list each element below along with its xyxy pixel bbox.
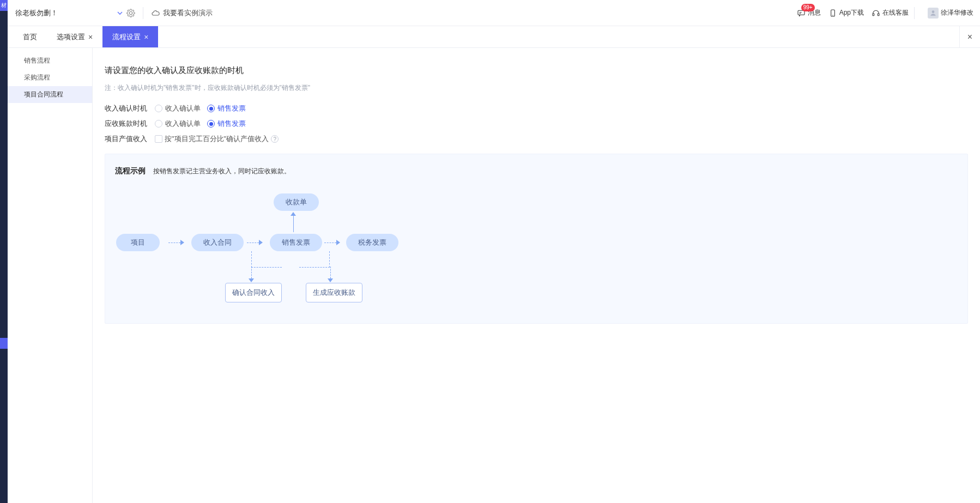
checkbox-icon	[155, 135, 162, 143]
content: 请设置您的收入确认及应收账款的时机 注：收入确认时机为"销售发票"时，应收账款确…	[93, 48, 980, 503]
tab-options[interactable]: 选项设置 ×	[47, 26, 102, 47]
row-label: 项目产值收入	[105, 134, 148, 144]
sidebar-item-label: 销售流程	[24, 57, 50, 64]
rail-icon-top[interactable]: 材	[0, 0, 8, 11]
avatar	[928, 8, 939, 19]
tabsbar: 首页 选项设置 × 流程设置 × ×	[8, 26, 980, 48]
messages-badge: 99+	[801, 4, 815, 11]
dashed-path	[251, 251, 282, 268]
app-download-action[interactable]: App下载	[828, 8, 864, 17]
svg-rect-4	[878, 13, 879, 15]
sidebar-item-project-contract[interactable]: 项目合同流程	[8, 86, 92, 103]
phone-icon	[828, 9, 837, 17]
chevron-down-icon	[117, 10, 123, 16]
arrow-icon	[168, 240, 184, 245]
cloud-icon	[151, 9, 160, 17]
radio-sales-invoice-1[interactable]: 销售发票	[207, 104, 246, 113]
demo-link[interactable]: 我要看实例演示	[151, 8, 213, 18]
node-sales-invoice: 销售发票	[270, 234, 322, 251]
arrow-icon	[247, 240, 263, 245]
radio-label: 收入确认单	[165, 119, 201, 129]
svg-rect-3	[873, 13, 874, 15]
demo-link-label: 我要看实例演示	[163, 8, 213, 18]
divider	[143, 7, 143, 19]
checkbox-percentage[interactable]: 按"项目完工百分比"确认产值收入 ?	[155, 134, 279, 144]
divider	[914, 7, 915, 19]
sidebar-item-sales[interactable]: 销售流程	[8, 52, 92, 69]
headset-icon	[872, 9, 880, 17]
node-project: 项目	[116, 234, 160, 251]
radio-label: 收入确认单	[165, 104, 201, 113]
row-project-output: 项目产值收入 按"项目完工百分比"确认产值收入 ?	[105, 134, 968, 144]
note-text: 注：收入确认时机为"销售发票"时，应收账款确认时机必须为"销售发票"	[105, 83, 968, 93]
sidebar-item-purchase[interactable]: 采购流程	[8, 69, 92, 86]
app-download-label: App下载	[839, 8, 864, 17]
page-title: 请设置您的收入确认及应收账款的时机	[105, 65, 968, 76]
topbar: 徐老板勿删！ 我要看实例演示 99+ 消息	[8, 0, 980, 26]
left-rail: 材	[0, 0, 8, 503]
info-icon[interactable]: ?	[271, 135, 279, 143]
user-name: 徐泽华修改	[941, 8, 973, 17]
sidebar-item-label: 采购流程	[24, 74, 50, 81]
node-receipt: 收款单	[274, 193, 319, 211]
node-tax-invoice: 税务发票	[346, 234, 398, 251]
radio-income-confirm-doc[interactable]: 收入确认单	[155, 104, 201, 113]
tab-label: 首页	[23, 32, 37, 42]
sidebar: 销售流程 采购流程 项目合同流程	[8, 48, 93, 503]
svg-point-5	[932, 10, 935, 13]
radio-sales-invoice-2[interactable]: 销售发票	[207, 119, 246, 129]
radio-income-confirm-doc-2[interactable]: 收入确认单	[155, 119, 201, 129]
sidebar-item-label: 项目合同流程	[24, 90, 63, 98]
row-label: 应收账款时机	[105, 119, 148, 129]
row-label: 收入确认时机	[105, 104, 148, 113]
company-name: 徐老板勿删！	[15, 8, 58, 18]
user-action[interactable]: 徐泽华修改	[928, 8, 973, 19]
example-heading: 流程示例	[115, 166, 146, 176]
row-income-confirm: 收入确认时机 收入确认单 销售发票	[105, 104, 968, 113]
online-service-action[interactable]: 在线客服	[872, 8, 909, 17]
arrow-down-icon	[328, 266, 333, 282]
arrow-icon	[324, 240, 340, 245]
svg-point-2	[832, 15, 833, 15]
close-icon[interactable]: ×	[88, 33, 93, 41]
close-icon[interactable]: ×	[144, 33, 148, 41]
tab-label: 流程设置	[112, 32, 141, 42]
tab-label: 选项设置	[57, 32, 85, 42]
radio-label: 销售发票	[217, 104, 246, 113]
node-confirm-income: 确认合同收入	[225, 283, 282, 302]
radio-label: 销售发票	[217, 119, 246, 129]
arrow-down-icon	[249, 266, 254, 282]
service-label: 在线客服	[882, 8, 909, 17]
dashed-path	[299, 251, 330, 268]
arrow-up-icon	[291, 212, 296, 232]
checkbox-label: 按"项目完工百分比"确认产值收入	[165, 134, 269, 144]
example-desc: 按销售发票记主营业务收入，同时记应收账款。	[153, 167, 291, 176]
node-gen-receivable: 生成应收账款	[306, 283, 362, 302]
rail-icon-active[interactable]	[0, 338, 8, 349]
flow-diagram: 项目 收入合同 销售发票 税务发票 收款单 确认合同收入 生成应收账款	[116, 190, 410, 305]
messages-action[interactable]: 99+ 消息	[797, 8, 821, 17]
row-receivable: 应收账款时机 收入确认单 销售发票	[105, 119, 968, 129]
example-box: 流程示例 按销售发票记主营业务收入，同时记应收账款。 项目 收入合同 销售发票 …	[105, 154, 968, 324]
company-dropdown[interactable]: 徐老板勿删！	[12, 4, 126, 22]
node-income-contract: 收入合同	[191, 234, 244, 251]
tab-home[interactable]: 首页	[13, 26, 47, 47]
close-all-tabs[interactable]: ×	[959, 26, 980, 47]
gear-icon[interactable]	[126, 9, 135, 17]
tab-flow-settings[interactable]: 流程设置 ×	[102, 26, 158, 47]
